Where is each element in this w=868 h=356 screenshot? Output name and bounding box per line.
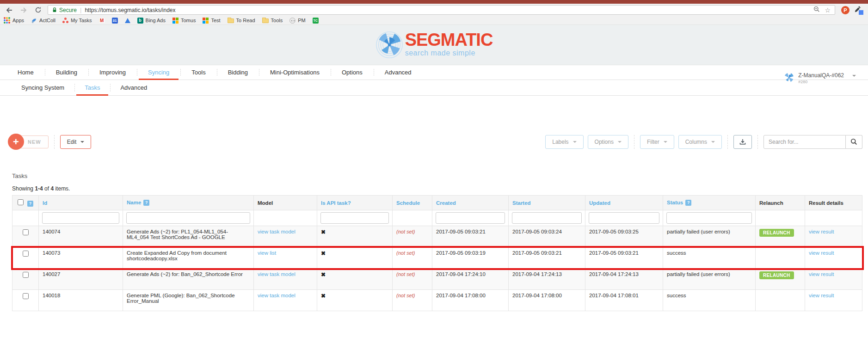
view-result-link[interactable]: view result bbox=[809, 229, 834, 234]
view-result-link[interactable]: view result bbox=[809, 271, 834, 277]
tasks-section: Tasks Showing 1-4 of 4 items. ? Id Name?… bbox=[12, 172, 862, 311]
bookmark-pm[interactable]: PM bbox=[289, 18, 306, 24]
cell-name: Generate Ads (~2) for: Ban_062_Shortcode… bbox=[123, 269, 254, 290]
labels-button[interactable]: Labels bbox=[545, 135, 583, 149]
filter-created-input[interactable] bbox=[436, 212, 505, 224]
help-icon[interactable]: ? bbox=[27, 201, 33, 207]
view-result-link[interactable]: view result bbox=[809, 250, 834, 256]
help-icon[interactable]: ? bbox=[685, 200, 691, 206]
row-checkbox[interactable] bbox=[23, 293, 29, 299]
account-menu[interactable]: Z-ManualQA-#062 #280 bbox=[783, 72, 856, 84]
reload-button[interactable] bbox=[33, 6, 43, 15]
apps-shortcut[interactable]: Apps bbox=[4, 17, 24, 24]
bookmark-actcoll[interactable]: ActColl bbox=[31, 18, 55, 24]
lock-icon bbox=[52, 7, 57, 13]
cell-status: partially failed (user errors) bbox=[663, 226, 756, 247]
subtab-advanced[interactable]: Advanced bbox=[110, 80, 157, 95]
tab-options[interactable]: Options bbox=[331, 65, 374, 80]
zoom-out-icon[interactable] bbox=[813, 6, 820, 14]
bookmark-to-read[interactable]: To Read bbox=[228, 18, 255, 23]
tab-bidding[interactable]: Bidding bbox=[217, 65, 259, 80]
cell-schedule: (not set) bbox=[396, 271, 415, 277]
bookmark-teamcity[interactable]: TC bbox=[313, 18, 319, 24]
cell-schedule: (not set) bbox=[396, 250, 415, 256]
brand-tagline: search made simple bbox=[405, 49, 493, 57]
header-name: Name? bbox=[123, 196, 254, 210]
download-button[interactable] bbox=[733, 135, 752, 149]
row-checkbox[interactable] bbox=[23, 251, 29, 257]
bookmark-my-tasks[interactable]: My Tasks bbox=[62, 18, 92, 24]
tasks-table: ? Id Name? Model Is API task? Schedule C… bbox=[12, 195, 862, 311]
subtab-tasks[interactable]: Tasks bbox=[74, 80, 110, 95]
options-label: Options bbox=[595, 139, 614, 145]
select-all-checkbox[interactable] bbox=[18, 199, 24, 205]
actcoll-favicon bbox=[31, 18, 37, 24]
tab-home[interactable]: Home bbox=[6, 65, 45, 80]
summary-text: of bbox=[44, 185, 49, 192]
url-text[interactable]: https://tomus.segmatic.io/tasks/index bbox=[85, 7, 810, 13]
view-result-link[interactable]: view result bbox=[809, 293, 834, 298]
color-picker-extension-icon[interactable] bbox=[854, 6, 863, 15]
help-icon[interactable]: ? bbox=[143, 200, 149, 206]
filter-api-input[interactable] bbox=[320, 212, 389, 224]
forward-button[interactable] bbox=[19, 6, 28, 15]
sort-status-link[interactable]: Status bbox=[667, 200, 683, 205]
filter-status-input[interactable] bbox=[666, 212, 752, 224]
bookmark-calendar[interactable]: 31 bbox=[112, 18, 118, 24]
view-task-model-link[interactable]: view task model bbox=[258, 271, 295, 277]
new-button[interactable]: + bbox=[8, 134, 24, 150]
sort-schedule-link[interactable]: Schedule bbox=[396, 200, 420, 206]
sort-created-link[interactable]: Created bbox=[436, 200, 456, 206]
bookmark-star-icon[interactable]: ☆ bbox=[825, 7, 831, 13]
row-checkbox[interactable] bbox=[23, 272, 29, 278]
bookmark-analytics[interactable] bbox=[125, 18, 130, 23]
header-id: Id bbox=[39, 196, 123, 210]
sort-started-link[interactable]: Started bbox=[512, 200, 531, 206]
filter-started-input[interactable] bbox=[512, 212, 582, 224]
sub-nav: Syncing System Tasks Advanced bbox=[0, 80, 868, 96]
filter-name-input[interactable] bbox=[126, 212, 250, 224]
view-task-model-link[interactable]: view task model bbox=[258, 293, 295, 298]
sort-api-link[interactable]: Is API task? bbox=[321, 200, 351, 206]
api-task-no-icon: ✖ bbox=[321, 293, 326, 299]
forward-arrow-icon bbox=[20, 6, 27, 14]
edit-button[interactable]: Edit bbox=[60, 135, 92, 149]
view-list-link[interactable]: view list bbox=[258, 250, 276, 256]
bookmark-tools[interactable]: Tools bbox=[262, 18, 283, 23]
apps-label: Apps bbox=[12, 18, 24, 23]
relaunch-button[interactable]: RELAUNCH bbox=[759, 229, 794, 237]
filter-id-input[interactable] bbox=[42, 212, 119, 224]
address-bar[interactable]: Secure | https://tomus.segmatic.io/tasks… bbox=[48, 5, 835, 15]
view-task-model-link[interactable]: view task model bbox=[258, 229, 295, 234]
sort-updated-link[interactable]: Updated bbox=[589, 200, 610, 206]
secure-chip[interactable]: Secure bbox=[52, 7, 77, 13]
subtab-syncing-system[interactable]: Syncing System bbox=[11, 80, 74, 95]
relaunch-button[interactable]: RELAUNCH bbox=[759, 271, 794, 279]
row-checkbox[interactable] bbox=[23, 229, 29, 235]
tab-advanced[interactable]: Advanced bbox=[374, 65, 423, 80]
tab-mini-optimisations[interactable]: Mini-Optimisations bbox=[259, 65, 331, 80]
options-button[interactable]: Options bbox=[588, 135, 628, 149]
tab-building[interactable]: Building bbox=[45, 65, 88, 80]
tab-syncing[interactable]: Syncing bbox=[137, 65, 180, 80]
tab-tools[interactable]: Tools bbox=[180, 65, 216, 80]
search-button[interactable] bbox=[846, 135, 862, 149]
bookmark-test[interactable]: Test bbox=[203, 18, 220, 24]
search-input[interactable] bbox=[763, 135, 846, 149]
bookmarks-bar: Apps ActColl My Tasks M 31 b Bing Ads To… bbox=[0, 16, 868, 25]
bookmark-label: Tomus bbox=[181, 18, 196, 23]
back-button[interactable] bbox=[5, 6, 14, 15]
bookmark-tomus[interactable]: Tomus bbox=[172, 18, 196, 24]
tab-improving[interactable]: Improving bbox=[88, 65, 137, 80]
browser-toolbar: Secure | https://tomus.segmatic.io/tasks… bbox=[0, 4, 868, 16]
account-id: #280 bbox=[798, 80, 844, 84]
filter-button[interactable]: Filter bbox=[640, 135, 674, 149]
bookmark-bing-ads[interactable]: b Bing Ads bbox=[137, 18, 166, 24]
columns-button[interactable]: Columns bbox=[678, 135, 722, 149]
bookmark-gmail[interactable]: M bbox=[99, 18, 105, 24]
extension-p-icon[interactable]: P bbox=[841, 6, 850, 14]
sort-name-link[interactable]: Name bbox=[127, 200, 141, 205]
filter-updated-input[interactable] bbox=[589, 212, 659, 224]
divider bbox=[757, 135, 758, 149]
sort-id-link[interactable]: Id bbox=[43, 200, 47, 206]
